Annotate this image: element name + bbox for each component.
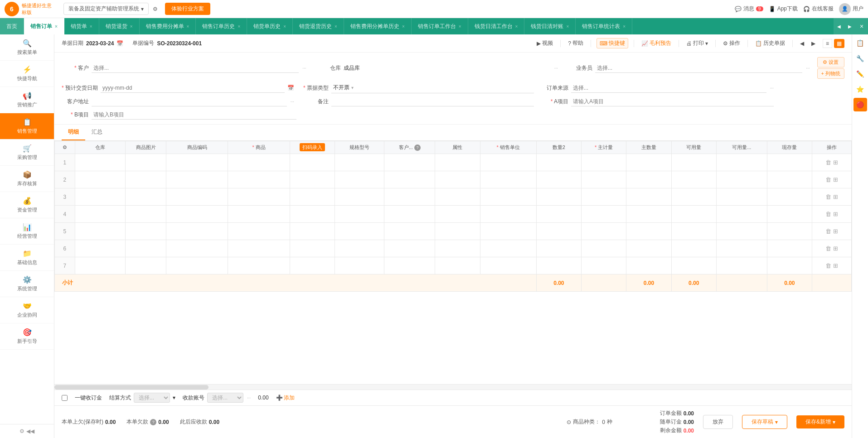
cell-attr[interactable]	[435, 240, 480, 257]
tab-sales-order[interactable]: 销售订单 ×	[24, 18, 64, 34]
cell-unit[interactable]	[480, 206, 536, 223]
cell-main-unit[interactable]	[581, 206, 626, 223]
staff-input[interactable]	[595, 63, 802, 73]
close-icon[interactable]: ×	[55, 24, 58, 29]
a-project-input[interactable]	[571, 97, 774, 106]
cell-available2[interactable]	[716, 171, 767, 188]
cell-available2[interactable]	[716, 257, 767, 274]
cell-main-unit[interactable]	[581, 188, 626, 206]
tab-summary[interactable]: 汇总	[85, 125, 109, 140]
tab-daily-workbench[interactable]: 钱货日清工作台 ×	[468, 18, 525, 34]
cell-attr[interactable]	[435, 257, 480, 274]
settings-icon[interactable]: ⚙	[149, 3, 161, 15]
cell-main-qty[interactable]	[626, 257, 671, 274]
cell-qty2[interactable]	[536, 206, 581, 223]
tab-sales-invoice[interactable]: 销货单 ×	[64, 18, 99, 34]
view-toggle-list[interactable]: ≡	[823, 39, 832, 48]
cell-stock[interactable]	[767, 188, 812, 206]
nav-left-arrow[interactable]: ◀	[834, 18, 844, 34]
cell-product[interactable]	[228, 257, 290, 274]
cell-main-unit[interactable]	[581, 223, 626, 240]
tab-invoice-history[interactable]: 销货单历史 ×	[247, 18, 293, 34]
cell-main-qty[interactable]	[626, 188, 671, 206]
video-btn[interactable]: ▶ 视频	[535, 39, 555, 48]
cell-warehouse[interactable]	[75, 240, 126, 257]
close-all-tabs[interactable]: ×	[855, 18, 868, 34]
view-toggle-form[interactable]: ▦	[834, 39, 844, 48]
nav-right-arrow[interactable]: ▶	[844, 18, 855, 34]
cell-customer[interactable]	[384, 223, 435, 240]
tab-order-history[interactable]: 销售订单历史 ×	[196, 18, 247, 34]
sidebar-item-guide[interactable]: 🎯 新手引导	[0, 323, 54, 350]
tab-order-workbench[interactable]: 销售订单工作台 ×	[412, 18, 468, 34]
right-panel-docs[interactable]: 📋	[853, 36, 867, 50]
cell-spec[interactable]	[335, 188, 384, 206]
b-project-input[interactable]	[92, 110, 296, 120]
cell-available[interactable]	[671, 223, 716, 240]
info-icon[interactable]: ?	[414, 144, 421, 151]
save-draft-button[interactable]: 保存草稿 ▾	[742, 415, 787, 429]
delete-row-icon[interactable]: 🗑	[825, 193, 831, 200]
col-scan[interactable]: 扫码录入	[290, 141, 335, 154]
cell-product[interactable]	[228, 154, 290, 171]
close-icon[interactable]: ×	[130, 24, 133, 29]
cell-warehouse[interactable]	[75, 188, 126, 206]
cell-main-unit[interactable]	[581, 240, 626, 257]
cell-main-unit[interactable]	[581, 257, 626, 274]
close-icon[interactable]: ×	[283, 24, 286, 29]
cell-available2[interactable]	[716, 154, 767, 171]
more-dots-icon[interactable]: ···	[554, 66, 558, 71]
cell-product[interactable]	[228, 171, 290, 188]
cell-code[interactable]	[166, 206, 228, 223]
close-icon[interactable]: ×	[187, 24, 189, 29]
copy-row-icon[interactable]: ⊞	[833, 262, 838, 269]
horizontal-scrollbar[interactable]	[54, 384, 852, 390]
user-menu[interactable]: 👤 用户	[839, 3, 863, 15]
cell-attr[interactable]	[435, 154, 480, 171]
cell-spec[interactable]	[335, 257, 384, 274]
cell-spec[interactable]	[335, 171, 384, 188]
copy-row-icon[interactable]: ⊞	[833, 176, 838, 183]
cell-customer[interactable]	[384, 257, 435, 274]
copy-row-icon[interactable]: ⊞	[833, 245, 838, 252]
info-icon[interactable]: ?	[150, 419, 156, 425]
cell-main-qty[interactable]	[626, 223, 671, 240]
cell-unit[interactable]	[480, 240, 536, 257]
close-icon[interactable]: ×	[515, 24, 518, 29]
sidebar-toggle[interactable]: ⚙ ◀◀	[0, 424, 54, 438]
cell-spec[interactable]	[335, 240, 384, 257]
close-icon[interactable]: ×	[566, 24, 569, 29]
cell-available[interactable]	[671, 257, 716, 274]
more-dots-icon[interactable]: ···	[291, 99, 294, 104]
delete-row-icon[interactable]: 🗑	[825, 262, 831, 269]
customer-input[interactable]	[92, 63, 299, 73]
cell-available[interactable]	[671, 188, 716, 206]
cell-attr[interactable]	[435, 171, 480, 188]
order-source-input[interactable]	[571, 83, 766, 93]
cell-main-qty[interactable]	[626, 206, 671, 223]
sidebar-item-inventory[interactable]: 📦 库存核算	[0, 166, 54, 192]
sidebar-item-system[interactable]: ⚙️ 系统管理	[0, 271, 54, 297]
cell-stock[interactable]	[767, 171, 812, 188]
right-panel-tools[interactable]: 🔧	[853, 52, 867, 65]
right-panel-edit[interactable]: ✏️	[853, 67, 867, 81]
app-download-button[interactable]: 📱 App下载	[769, 5, 798, 13]
cell-available2[interactable]	[716, 188, 767, 206]
more-dots-icon[interactable]: ···	[806, 66, 810, 71]
tab-expense-history[interactable]: 销售费用分摊单历史 ×	[344, 18, 412, 34]
cell-product[interactable]	[228, 188, 290, 206]
settings-col-btn[interactable]: ⚙ 设置	[817, 57, 844, 67]
col-settings[interactable]: ⚙	[55, 141, 75, 154]
cell-code[interactable]	[166, 223, 228, 240]
delete-row-icon[interactable]: 🗑	[825, 159, 831, 166]
cell-available2[interactable]	[716, 240, 767, 257]
scrollbar-thumb[interactable]	[54, 385, 209, 390]
cell-stock[interactable]	[767, 206, 812, 223]
delete-row-icon[interactable]: 🗑	[825, 176, 831, 183]
help-btn[interactable]: ? 帮助	[566, 39, 585, 48]
cell-stock[interactable]	[767, 240, 812, 257]
cell-product[interactable]	[228, 240, 290, 257]
copy-row-icon[interactable]: ⊞	[833, 228, 838, 235]
cell-customer[interactable]	[384, 154, 435, 171]
cell-code[interactable]	[166, 171, 228, 188]
